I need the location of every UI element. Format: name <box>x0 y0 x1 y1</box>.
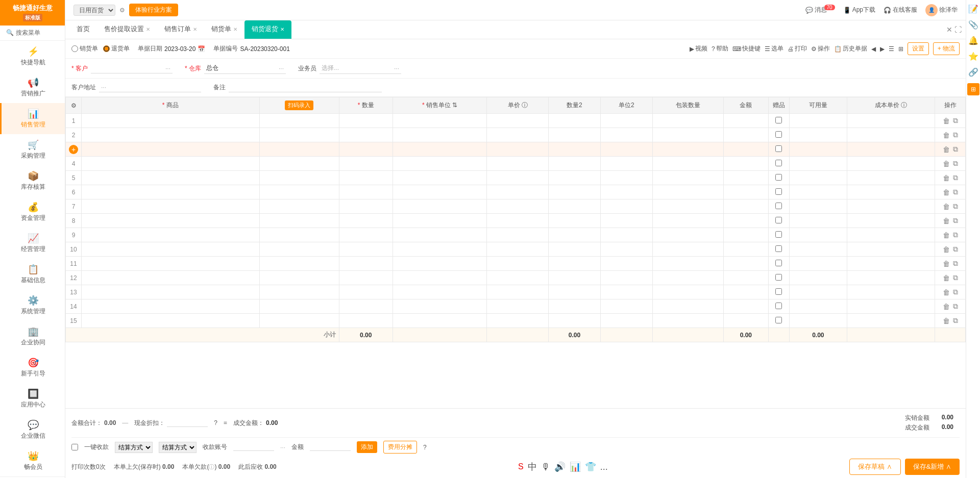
quantity-cell-14[interactable] <box>339 299 393 314</box>
gift-checkbox-14[interactable] <box>775 303 782 309</box>
sidebar-item-wechat[interactable]: 💬 企业微信 <box>0 414 65 445</box>
gift-cell-2[interactable] <box>768 128 789 142</box>
quantity2-cell-1[interactable] <box>548 114 600 128</box>
amount-cell-5[interactable] <box>723 171 768 185</box>
available-cell-14[interactable] <box>789 299 847 314</box>
cost-price-cell-14[interactable] <box>847 299 935 314</box>
radio-return[interactable]: 退货单 <box>103 44 130 53</box>
sidebar-item-search[interactable]: 🔍 搜索菜单 <box>0 26 65 41</box>
user-avatar[interactable]: 👤 徐泽华 <box>925 4 958 16</box>
cost-price-cell-4[interactable] <box>847 157 935 171</box>
sidebar-item-shortcut[interactable]: ⚡ 快捷导航 <box>0 41 65 72</box>
unit2-cell-5[interactable] <box>600 171 652 185</box>
quantity-cell-5[interactable] <box>339 171 393 185</box>
gift-cell-15[interactable] <box>768 314 789 328</box>
delete-icon-1[interactable]: 🗑 <box>943 117 950 125</box>
one-click-pay-checkbox[interactable] <box>71 444 78 450</box>
tab-sales-delivery[interactable]: 销货单 ✕ <box>204 20 244 39</box>
add-row-button[interactable]: + <box>69 145 78 154</box>
tab-expand-icon[interactable]: ⛶ <box>954 26 962 34</box>
delete-icon-7[interactable]: 🗑 <box>943 203 950 211</box>
gift-checkbox-3[interactable] <box>775 145 782 152</box>
quantity-cell-9[interactable] <box>339 228 393 242</box>
amount-cell-13[interactable] <box>723 285 768 299</box>
unit-cell-8[interactable] <box>393 214 487 228</box>
available-cell-10[interactable] <box>789 242 847 257</box>
gift-checkbox-5[interactable] <box>775 174 782 181</box>
nav-prev-icon[interactable]: ◀ <box>871 45 876 53</box>
unit2-cell-3[interactable] <box>600 142 652 157</box>
unit-price-cell-13[interactable] <box>487 285 549 299</box>
cost-price-cell-15[interactable] <box>847 314 935 328</box>
sidebar-item-enterprise[interactable]: 🏢 企业协同 <box>0 321 65 352</box>
unit-cell-12[interactable] <box>393 271 487 285</box>
unit-price-cell-12[interactable] <box>487 271 549 285</box>
quantity2-cell-2[interactable] <box>548 128 600 142</box>
gift-checkbox-9[interactable] <box>775 231 782 238</box>
gift-cell-10[interactable] <box>768 242 789 257</box>
cost-price-cell-2[interactable] <box>847 128 935 142</box>
quantity-cell-15[interactable] <box>339 314 393 328</box>
product-input-3[interactable] <box>85 146 256 153</box>
available-cell-3[interactable] <box>789 142 847 157</box>
save-draft-button[interactable]: 保存草稿 ∧ <box>849 459 901 475</box>
delete-icon-3[interactable]: 🗑 <box>943 145 950 154</box>
cost-price-cell-5[interactable] <box>847 171 935 185</box>
unit-cell-5[interactable] <box>393 171 487 185</box>
tab-close-sales-order[interactable]: ✕ <box>193 27 197 32</box>
tab-minimize-icon[interactable]: ✕ <box>946 26 952 34</box>
cost-price-cell-10[interactable] <box>847 242 935 257</box>
gift-cell-7[interactable] <box>768 199 789 214</box>
gift-checkbox-12[interactable] <box>775 274 782 281</box>
delete-icon-6[interactable]: 🗑 <box>943 188 950 196</box>
cost-price-cell-12[interactable] <box>847 271 935 285</box>
header-gear-icon[interactable]: ⚙ <box>119 7 125 14</box>
amount-cell-9[interactable] <box>723 228 768 242</box>
available-cell-11[interactable] <box>789 257 847 271</box>
quantity2-cell-11[interactable] <box>548 257 600 271</box>
discount-input[interactable] <box>167 419 208 427</box>
tab-price-setting[interactable]: 售价提取设置 ✕ <box>97 20 157 39</box>
delete-icon-2[interactable]: 🗑 <box>943 131 950 139</box>
account-input[interactable] <box>233 443 274 451</box>
available-cell-8[interactable] <box>789 214 847 228</box>
unit-cell-9[interactable] <box>393 228 487 242</box>
unit-price-cell-3[interactable] <box>487 142 549 157</box>
action-select[interactable]: ☰ 选单 <box>765 44 783 53</box>
package-qty-cell-10[interactable] <box>652 242 723 257</box>
staff-dots-icon[interactable]: ··· <box>394 65 399 72</box>
unit-price-cell-9[interactable] <box>487 228 549 242</box>
product-cell-10[interactable] <box>82 242 260 257</box>
product-cell-13[interactable] <box>82 285 260 299</box>
action-video[interactable]: ▶ 视频 <box>690 44 707 53</box>
available-cell-2[interactable] <box>789 128 847 142</box>
package-qty-cell-7[interactable] <box>652 199 723 214</box>
action-history[interactable]: 📋 历史单据 <box>834 44 867 53</box>
gift-cell-12[interactable] <box>768 271 789 285</box>
action-operate[interactable]: ⚙ 操作 <box>811 44 830 53</box>
available-cell-6[interactable] <box>789 185 847 199</box>
quantity-cell-4[interactable] <box>339 157 393 171</box>
gift-cell-4[interactable] <box>768 157 789 171</box>
package-qty-cell-11[interactable] <box>652 257 723 271</box>
sidebar-item-sales[interactable]: 📊 销售管理 <box>0 103 65 134</box>
sidebar-item-system[interactable]: ⚙️ 系统管理 <box>0 290 65 321</box>
cost-price-cell-7[interactable] <box>847 199 935 214</box>
save-new-button[interactable]: 保存&新增 ∧ <box>905 459 960 475</box>
amount-cell-1[interactable] <box>723 114 768 128</box>
tab-sales-order[interactable]: 销售订单 ✕ <box>157 20 204 39</box>
gift-cell-8[interactable] <box>768 214 789 228</box>
cost-price-cell-3[interactable] <box>847 142 935 157</box>
right-attach-icon[interactable]: 📎 <box>968 20 978 30</box>
settings-button[interactable]: 设置 <box>908 42 929 55</box>
product-cell-3[interactable] <box>82 142 260 157</box>
product-cell-12[interactable] <box>82 271 260 285</box>
taskbar-icon4[interactable]: 📊 <box>570 461 581 472</box>
available-cell-13[interactable] <box>789 285 847 299</box>
trial-button[interactable]: 体验行业方案 <box>129 4 178 16</box>
action-shortcut[interactable]: ⌨ 快捷键 <box>732 44 761 53</box>
gift-checkbox-13[interactable] <box>775 288 782 295</box>
unit-price-cell-6[interactable] <box>487 185 549 199</box>
package-qty-cell-14[interactable] <box>652 299 723 314</box>
unit-price-cell-8[interactable] <box>487 214 549 228</box>
